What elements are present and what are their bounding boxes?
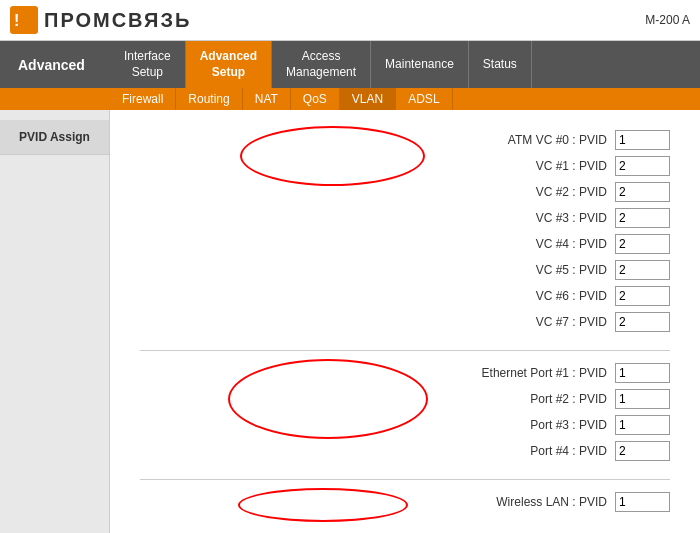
label-eth-port2: Port #2 : PVID	[530, 392, 607, 406]
input-atm-vc5[interactable]	[615, 260, 670, 280]
form-row-atm-vc6: VC #6 : PVID	[140, 286, 670, 306]
label-wireless-lan: Wireless LAN : PVID	[496, 495, 607, 509]
label-atm-vc7: VC #7 : PVID	[536, 315, 607, 329]
form-row-wireless-lan: Wireless LAN : PVID	[140, 492, 670, 512]
divider-2	[140, 479, 670, 480]
subnav-routing[interactable]: Routing	[176, 88, 242, 110]
form-row-eth-port2: Port #2 : PVID	[140, 389, 670, 409]
form-row-eth-port4: Port #4 : PVID	[140, 441, 670, 461]
main-content: ATM VC #0 : PVID VC #1 : PVID VC #2 : PV…	[110, 110, 700, 533]
tab-maintenance[interactable]: Maintenance	[371, 41, 469, 88]
form-content: ATM VC #0 : PVID VC #1 : PVID VC #2 : PV…	[140, 130, 670, 518]
input-atm-vc4[interactable]	[615, 234, 670, 254]
form-row-atm-vc0: ATM VC #0 : PVID	[140, 130, 670, 150]
logo-area: ! ПРОМСВЯЗЬ	[10, 6, 191, 34]
form-row-atm-vc1: VC #1 : PVID	[140, 156, 670, 176]
input-atm-vc6[interactable]	[615, 286, 670, 306]
label-atm-vc6: VC #6 : PVID	[536, 289, 607, 303]
subnav-firewall[interactable]: Firewall	[110, 88, 176, 110]
label-atm-vc4: VC #4 : PVID	[536, 237, 607, 251]
label-eth-port3: Port #3 : PVID	[530, 418, 607, 432]
nav-tabs: InterfaceSetup AdvancedSetup AccessManag…	[110, 41, 700, 88]
tab-access-management[interactable]: AccessManagement	[272, 41, 371, 88]
sidebar: PVID Assign	[0, 110, 110, 533]
divider-1	[140, 350, 670, 351]
header: ! ПРОМСВЯЗЬ M-200 A	[0, 0, 700, 41]
input-wireless-lan[interactable]	[615, 492, 670, 512]
input-atm-vc1[interactable]	[615, 156, 670, 176]
content-area: PVID Assign ATM VC #0 : PVID VC #1 : PVI…	[0, 110, 700, 533]
input-atm-vc2[interactable]	[615, 182, 670, 202]
input-eth-port3[interactable]	[615, 415, 670, 435]
input-eth-port1[interactable]	[615, 363, 670, 383]
tab-status[interactable]: Status	[469, 41, 532, 88]
label-atm-vc3: VC #3 : PVID	[536, 211, 607, 225]
logo-icon: !	[10, 6, 38, 34]
tab-interface-setup[interactable]: InterfaceSetup	[110, 41, 186, 88]
form-row-eth-port1: Ethernet Port #1 : PVID	[140, 363, 670, 383]
label-atm-vc1: VC #1 : PVID	[536, 159, 607, 173]
subnav-nat[interactable]: NAT	[243, 88, 291, 110]
label-eth-port4: Port #4 : PVID	[530, 444, 607, 458]
subnav-adsl[interactable]: ADSL	[396, 88, 452, 110]
input-eth-port2[interactable]	[615, 389, 670, 409]
subnav: Firewall Routing NAT QoS VLAN ADSL	[0, 88, 700, 110]
form-row-atm-vc3: VC #3 : PVID	[140, 208, 670, 228]
label-eth-port1: Ethernet Port #1 : PVID	[482, 366, 607, 380]
input-atm-vc7[interactable]	[615, 312, 670, 332]
input-eth-port4[interactable]	[615, 441, 670, 461]
tab-advanced-setup[interactable]: AdvancedSetup	[186, 41, 272, 88]
svg-text:!: !	[14, 12, 19, 29]
nav-title: Advanced	[0, 41, 110, 88]
form-row-eth-port3: Port #3 : PVID	[140, 415, 670, 435]
label-atm-vc2: VC #2 : PVID	[536, 185, 607, 199]
form-row-atm-vc4: VC #4 : PVID	[140, 234, 670, 254]
form-row-atm-vc2: VC #2 : PVID	[140, 182, 670, 202]
input-atm-vc0[interactable]	[615, 130, 670, 150]
subnav-qos[interactable]: QoS	[291, 88, 340, 110]
subnav-vlan[interactable]: VLAN	[340, 88, 396, 110]
form-row-atm-vc5: VC #5 : PVID	[140, 260, 670, 280]
main-nav: Advanced InterfaceSetup AdvancedSetup Ac…	[0, 41, 700, 88]
model-label: M-200 A	[645, 13, 690, 27]
input-atm-vc3[interactable]	[615, 208, 670, 228]
sidebar-item-pvid-assign[interactable]: PVID Assign	[0, 120, 109, 155]
label-atm-vc0: ATM VC #0 : PVID	[508, 133, 607, 147]
logo-text: ПРОМСВЯЗЬ	[44, 9, 191, 32]
label-atm-vc5: VC #5 : PVID	[536, 263, 607, 277]
form-row-atm-vc7: VC #7 : PVID	[140, 312, 670, 332]
